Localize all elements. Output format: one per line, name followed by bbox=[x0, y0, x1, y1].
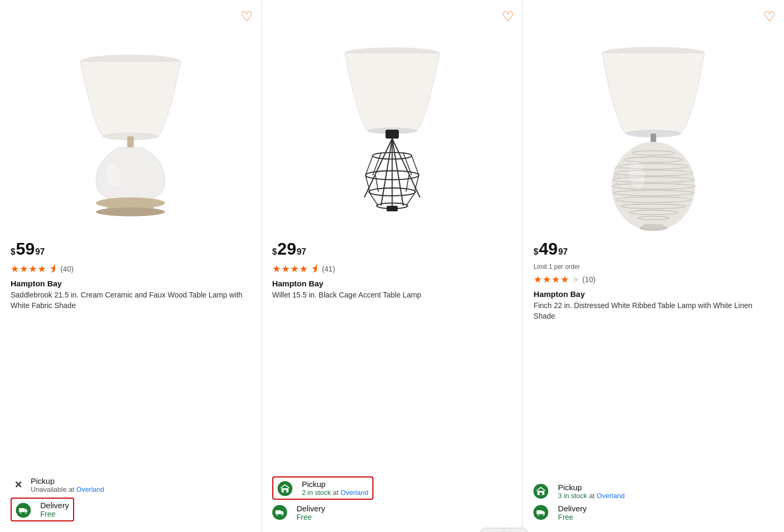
svg-point-6 bbox=[96, 208, 165, 217]
svg-rect-55 bbox=[644, 224, 664, 229]
pickup-text-3: Pickup 3 in stock at Overland bbox=[558, 483, 625, 500]
half-star-1: ⯨ bbox=[49, 264, 58, 275]
pickup-label-1: Pickup bbox=[31, 476, 104, 485]
product-card-2: ♡ bbox=[262, 0, 523, 532]
delivery-text-1: Delivery Free bbox=[40, 501, 69, 518]
delivery-text-3: Delivery Free bbox=[558, 504, 586, 521]
svg-rect-32 bbox=[387, 206, 398, 212]
brand-1: Hampton Bay bbox=[11, 279, 251, 288]
svg-point-59 bbox=[538, 514, 539, 516]
pickup-text-2: Pickup 2 in stock at Overland bbox=[302, 480, 369, 497]
product-name-2: Willet 15.5 in. Black Cage Accent Table … bbox=[272, 290, 512, 468]
delivery-row-3: Delivery Free bbox=[533, 504, 773, 521]
product-name-3: Finch 22 in. Distressed White Ribbed Tab… bbox=[533, 301, 773, 474]
price-block-2: $ 29 97 bbox=[272, 239, 512, 259]
brand-2: Hampton Bay bbox=[272, 279, 512, 288]
availability-block-2: Pickup 2 in stock at Overland bbox=[272, 476, 512, 521]
pickup-icon-2 bbox=[278, 481, 292, 496]
pickup-store-link-1[interactable]: Overland bbox=[76, 485, 104, 493]
wishlist-button-1[interactable]: ♡ bbox=[240, 8, 253, 25]
empty-star-3: ★ bbox=[572, 274, 580, 285]
svg-point-60 bbox=[543, 514, 545, 516]
product-image-2 bbox=[272, 8, 512, 231]
stars-row-2: ★★★★ ⯨ (41) bbox=[272, 263, 512, 275]
half-star-2: ⯨ bbox=[310, 264, 320, 275]
delivery-row-wrapper-2: Delivery Free Notes bbox=[272, 504, 512, 521]
stars-row-1: ★★★★ ⯨ (40) bbox=[11, 263, 251, 275]
price-cents-2: 97 bbox=[297, 247, 306, 257]
product-image-3 bbox=[533, 8, 773, 231]
review-count-1: (40) bbox=[60, 265, 74, 273]
delivery-price-1: Free bbox=[40, 510, 69, 518]
pickup-stock-3: 3 in stock bbox=[558, 492, 587, 500]
pickup-stock-2: 2 in stock bbox=[302, 489, 331, 497]
delivery-text-2: Delivery Free bbox=[297, 504, 325, 521]
pickup-text-1: Pickup Unavailable at Overland bbox=[31, 476, 104, 493]
pickup-label-2: Pickup bbox=[302, 480, 369, 489]
notes-popup-2[interactable]: Notes bbox=[480, 528, 528, 532]
svg-rect-12 bbox=[385, 130, 398, 139]
price-cents-1: 97 bbox=[35, 247, 45, 257]
delivery-row-1: Delivery Free bbox=[11, 498, 74, 521]
pickup-detail-2: 2 in stock at Overland bbox=[302, 489, 369, 497]
svg-rect-34 bbox=[283, 490, 286, 492]
svg-point-36 bbox=[276, 514, 278, 516]
price-dollar-3: $ bbox=[533, 247, 538, 257]
limit-text-3: Limit 1 per order bbox=[533, 263, 773, 270]
svg-point-9 bbox=[25, 511, 26, 513]
price-cents-3: 97 bbox=[558, 247, 568, 257]
pickup-row-1: ✕ Pickup Unavailable at Overland bbox=[11, 476, 251, 493]
stars-row-3: ★★★★ ★ (10) bbox=[533, 274, 773, 285]
svg-point-8 bbox=[20, 511, 21, 513]
price-dollar-2: $ bbox=[272, 247, 277, 257]
price-main-3: 49 bbox=[539, 239, 558, 259]
product-grid: ♡ $ 59 97 bbox=[0, 0, 784, 532]
wishlist-button-2[interactable]: ♡ bbox=[502, 8, 514, 25]
availability-block-3: Pickup 3 in stock at Overland bbox=[533, 483, 773, 521]
star-rating-1: ★★★★ bbox=[11, 263, 47, 275]
svg-point-37 bbox=[281, 514, 283, 516]
availability-block-1: ✕ Pickup Unavailable at Overland bbox=[11, 476, 251, 521]
price-block-1: $ 59 97 bbox=[11, 239, 251, 259]
pickup-detail-1: Unavailable at Overland bbox=[31, 485, 104, 493]
product-card-3: ♡ bbox=[523, 0, 784, 532]
review-count-3: (10) bbox=[582, 275, 595, 284]
price-main-1: 59 bbox=[16, 239, 35, 259]
delivery-price-2: Free bbox=[297, 513, 325, 521]
price-main-2: 29 bbox=[278, 239, 297, 259]
pickup-row-3: Pickup 3 in stock at Overland bbox=[533, 483, 773, 500]
delivery-icon-2 bbox=[272, 505, 287, 520]
pickup-detail-3: 3 in stock at Overland bbox=[558, 492, 625, 500]
star-rating-2: ★★★★ bbox=[272, 263, 308, 275]
delivery-label-2: Delivery bbox=[297, 504, 325, 513]
delivery-icon-1 bbox=[16, 503, 31, 518]
price-dollar-1: $ bbox=[11, 247, 15, 257]
svg-rect-57 bbox=[540, 492, 542, 495]
delivery-price-3: Free bbox=[558, 513, 586, 521]
pickup-label-3: Pickup bbox=[558, 483, 625, 492]
delivery-row-2: Delivery Free bbox=[272, 504, 512, 521]
delivery-label-3: Delivery bbox=[558, 504, 586, 513]
wishlist-button-3[interactable]: ♡ bbox=[763, 8, 776, 25]
product-image-1 bbox=[11, 8, 251, 231]
brand-3: Hampton Bay bbox=[533, 290, 773, 299]
svg-rect-2 bbox=[127, 137, 134, 148]
delivery-icon-3 bbox=[533, 505, 548, 520]
price-block-3: $ 49 97 bbox=[533, 239, 773, 259]
delivery-label-1: Delivery bbox=[40, 501, 69, 510]
pickup-store-link-3[interactable]: Overland bbox=[596, 492, 625, 500]
svg-rect-58 bbox=[537, 510, 542, 514]
product-card-1: ♡ $ 59 97 bbox=[0, 0, 262, 532]
star-rating-3: ★★★★ bbox=[533, 274, 569, 285]
svg-rect-7 bbox=[19, 508, 25, 511]
pickup-icon-3 bbox=[533, 484, 548, 499]
pickup-store-link-2[interactable]: Overland bbox=[341, 489, 369, 497]
product-name-1: Saddlebrook 21.5 in. Cream Ceramic and F… bbox=[11, 290, 251, 468]
pickup-row-2: Pickup 2 in stock at Overland bbox=[272, 476, 374, 500]
review-count-2: (41) bbox=[322, 265, 335, 273]
svg-rect-35 bbox=[275, 510, 281, 514]
unavailable-icon-1: ✕ bbox=[11, 477, 25, 492]
